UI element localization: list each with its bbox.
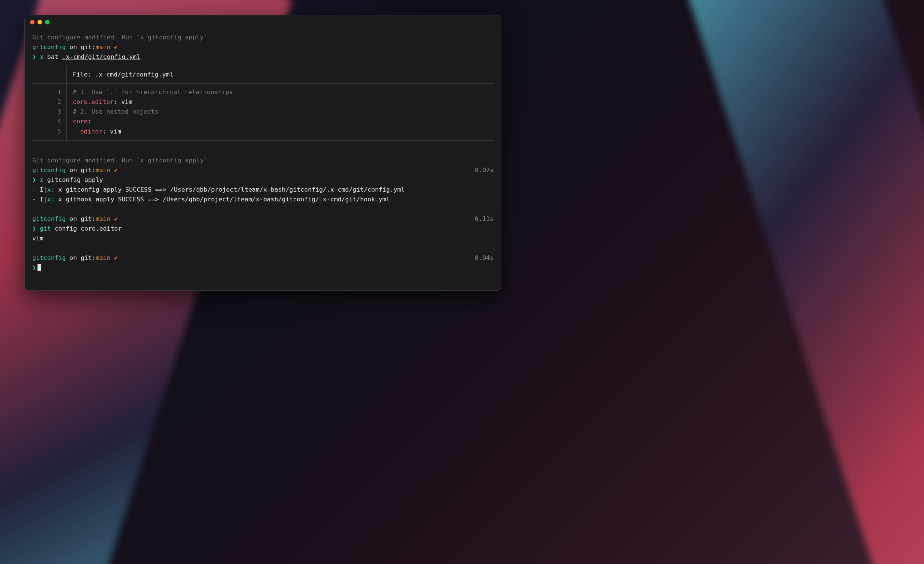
- cmd-sub: gitconfig: [47, 176, 81, 183]
- bat-output: File: .x-cmd/git/config.yml 1 2 3 4 5 # …: [32, 66, 494, 140]
- yaml-value: vim: [110, 128, 121, 135]
- apply-output-line: - I|x: x githook apply SUCCESS ==> /User…: [25, 195, 501, 204]
- yaml-key: editor: [80, 128, 103, 135]
- prompt-symbol: ❯: [32, 53, 36, 60]
- prompt-line: gitconfig on git:main ✔0.04s: [25, 253, 501, 263]
- pipe-icon: |: [44, 186, 47, 193]
- prompt-branch: main: [96, 44, 111, 51]
- prompt-line: gitconfig on git:main ✔0.07s: [25, 165, 501, 175]
- prompt-line: gitconfig on git:main ✔: [25, 42, 501, 52]
- maximize-icon[interactable]: [45, 20, 50, 24]
- prompt-dir: gitconfig: [32, 166, 66, 174]
- bat-file-label: File: .x-cmd/git/config.yml: [67, 66, 494, 83]
- prompt-symbol: ❯: [32, 264, 36, 271]
- indent: [73, 128, 80, 135]
- prompt-on: on: [66, 44, 81, 51]
- log-message: x gitconfig apply SUCCESS ==> /Users/qbb…: [55, 186, 405, 193]
- code-line: editor: vim: [73, 127, 488, 136]
- cmd-prog: git: [40, 225, 51, 232]
- prompt-git: git:: [81, 166, 96, 174]
- pipe-icon: |: [44, 196, 47, 203]
- file-path-text: .x-cmd/git/config.yml: [95, 71, 174, 78]
- check-icon: ✔: [114, 44, 118, 51]
- log-source: x:: [47, 196, 55, 203]
- prompt-branch: main: [96, 215, 111, 222]
- prompt-on: on: [66, 166, 81, 174]
- dash: -: [32, 196, 40, 203]
- cmd-arg: .x-cmd/git/config.yml: [62, 53, 141, 60]
- command-line-2: ❯ x gitconfig apply: [25, 175, 501, 185]
- terminal-window: Git configure modified. Run `x gitconfig…: [24, 15, 501, 291]
- line-number: 1: [57, 87, 61, 97]
- yaml-value: vim: [121, 98, 132, 105]
- timing: 0.11s: [475, 214, 494, 224]
- bat-code: 1 2 3 4 5 # 1. Use `.` for hierarchical …: [32, 84, 494, 140]
- log-source: x:: [47, 186, 55, 193]
- prompt-symbol: ❯: [32, 225, 36, 232]
- code-line: core.editor: vim: [73, 97, 488, 107]
- dash: -: [32, 186, 40, 193]
- status-message: Git configure modified. Run `x gitconfig…: [25, 33, 501, 42]
- prompt-line: gitconfig on git:main ✔0.11s: [25, 214, 501, 224]
- cursor-icon: [38, 264, 41, 272]
- bat-header: File: .x-cmd/git/config.yml: [32, 66, 494, 84]
- prompt-git: git:: [81, 215, 96, 222]
- prompt-on: on: [66, 254, 81, 261]
- prompt-branch: main: [96, 166, 111, 174]
- titlebar: [25, 15, 501, 29]
- command-line-3: ❯ git config core.editor: [25, 224, 501, 234]
- prompt-on: on: [66, 215, 81, 222]
- code-line: core:: [73, 117, 488, 126]
- traffic-lights: [30, 20, 50, 24]
- yaml-colon: :: [114, 98, 121, 105]
- prompt-branch: main: [96, 254, 111, 261]
- check-icon: ✔: [114, 254, 118, 261]
- timing: 0.07s: [475, 165, 494, 175]
- terminal-output[interactable]: Git configure modified. Run `x gitconfig…: [25, 29, 501, 280]
- code-body: # 1. Use `.` for hierarchical relationsh…: [67, 84, 494, 140]
- command-input[interactable]: ❯: [25, 263, 501, 273]
- timing: 0.04s: [475, 253, 494, 263]
- yaml-colon: :: [88, 118, 92, 125]
- code-comment: # 2. Use nested objects: [73, 107, 488, 117]
- log-message: x githook apply SUCCESS ==> /Users/qbb/p…: [55, 196, 390, 203]
- code-comment: # 1. Use `.` for hierarchical relationsh…: [73, 87, 488, 97]
- cmd-arg: apply: [84, 176, 103, 183]
- check-icon: ✔: [114, 215, 118, 222]
- prompt-dir: gitconfig: [32, 44, 66, 51]
- prompt-dir: gitconfig: [32, 215, 66, 222]
- line-number-gutter: 1 2 3 4 5: [32, 84, 67, 140]
- yaml-colon: :: [102, 128, 110, 135]
- file-label-text: File:: [73, 71, 95, 78]
- yaml-key: core.editor: [73, 98, 114, 105]
- minimize-icon[interactable]: [38, 20, 42, 24]
- prompt-git: git:: [81, 44, 96, 51]
- prompt-symbol: ❯: [32, 176, 36, 183]
- apply-output-line: - I|x: x gitconfig apply SUCCESS ==> /Us…: [25, 185, 501, 195]
- bat-gutter: [32, 66, 67, 83]
- command-output: vim: [25, 234, 501, 243]
- cmd-args: config core.editor: [51, 225, 122, 232]
- line-number: 4: [57, 117, 61, 126]
- close-icon[interactable]: [30, 20, 34, 24]
- cmd-prog: x: [40, 176, 44, 183]
- yaml-key: core: [73, 118, 88, 125]
- line-number: 5: [57, 127, 61, 136]
- cmd-prog: x: [40, 53, 44, 60]
- log-level: I: [40, 186, 44, 193]
- cmd-sub: bat: [47, 53, 58, 60]
- log-level: I: [40, 196, 44, 203]
- status-message: Git configure modified. Run `x gitconfig…: [25, 156, 501, 165]
- prompt-git: git:: [81, 254, 96, 261]
- line-number: 3: [57, 107, 61, 117]
- line-number: 2: [57, 97, 61, 107]
- check-icon: ✔: [114, 166, 118, 174]
- prompt-dir: gitconfig: [32, 254, 66, 261]
- command-line-1: ❯ x bat .x-cmd/git/config.yml: [25, 52, 501, 62]
